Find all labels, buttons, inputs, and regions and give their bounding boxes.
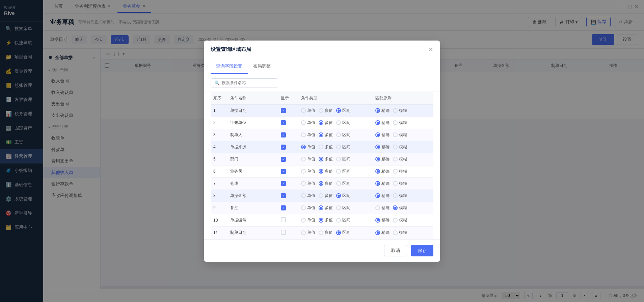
radio-type-type_single[interactable]: 单值 <box>301 156 315 162</box>
cell-show[interactable]: ✓ <box>278 153 298 165</box>
radio-type-type_single[interactable]: 单值 <box>301 217 315 223</box>
radio-match-match_exact[interactable]: 精确 <box>375 120 390 126</box>
radio-type-type_range[interactable]: 区间 <box>336 144 350 150</box>
radio-type-type_single[interactable]: 单值 <box>301 108 315 114</box>
radio-circle <box>301 218 306 223</box>
radio-type-type_single[interactable]: 单值 <box>301 193 315 199</box>
radio-match-match_fuzzy[interactable]: 模糊 <box>393 181 407 186</box>
radio-type-type_range[interactable]: 区间 <box>336 108 350 114</box>
radio-type-type_single[interactable]: 单值 <box>301 144 315 150</box>
cell-order: 10 <box>211 214 227 226</box>
radio-match-match_fuzzy[interactable]: 模糊 <box>393 108 407 114</box>
cell-show[interactable]: ✓ <box>278 202 298 214</box>
radio-type-type_multi[interactable]: 多值 <box>319 181 333 186</box>
radio-match-match_exact[interactable]: 精确 <box>375 230 390 235</box>
show-checkbox[interactable]: ✓ <box>281 120 286 125</box>
radio-type-type_single[interactable]: 单值 <box>301 120 315 126</box>
radio-match-match_fuzzy[interactable]: 模糊 <box>393 144 407 150</box>
radio-match-match_exact[interactable]: 精确 <box>375 205 390 211</box>
modal-tab-layout[interactable]: 布局调整 <box>248 59 276 74</box>
radio-match-match_exact[interactable]: 精确 <box>375 132 390 138</box>
modal-close-btn[interactable]: ✕ <box>428 46 433 53</box>
radio-type-type_single[interactable]: 单值 <box>301 132 315 138</box>
radio-circle <box>393 230 398 235</box>
radio-type-type_multi[interactable]: 多值 <box>319 132 333 138</box>
show-checkbox[interactable]: ✓ <box>281 181 286 186</box>
radio-circle <box>319 157 323 161</box>
radio-type-type_range[interactable]: 区间 <box>336 230 350 235</box>
radio-match-match_fuzzy[interactable]: 模糊 <box>393 120 407 126</box>
show-checkbox[interactable] <box>281 217 286 222</box>
radio-match-match_exact[interactable]: 精确 <box>375 217 390 223</box>
show-checkbox[interactable]: ✓ <box>281 157 286 162</box>
radio-match-match_fuzzy[interactable]: 模糊 <box>393 205 407 211</box>
cancel-button[interactable]: 取消 <box>384 245 407 256</box>
radio-circle <box>375 193 380 198</box>
show-checkbox[interactable]: ✓ <box>281 205 286 210</box>
cell-show[interactable] <box>278 214 298 226</box>
radio-type-type_multi[interactable]: 多值 <box>319 169 333 174</box>
radio-match-match_exact[interactable]: 精确 <box>375 156 390 162</box>
radio-type-type_range[interactable]: 区间 <box>336 132 350 138</box>
radio-match-match_exact[interactable]: 精确 <box>375 193 390 199</box>
modal-header: 设置查询区域布局 ✕ <box>204 41 440 59</box>
cell-order: 7 <box>211 177 227 190</box>
radio-type-type_range[interactable]: 区间 <box>336 181 350 186</box>
show-checkbox[interactable]: ✓ <box>281 169 286 174</box>
show-checkbox[interactable]: ✓ <box>281 132 286 137</box>
radio-type-type_multi[interactable]: 多值 <box>319 156 333 162</box>
radio-circle <box>336 120 341 125</box>
modal-save-button[interactable]: 保存 <box>411 245 433 256</box>
radio-type-type_multi[interactable]: 多值 <box>319 205 333 211</box>
radio-match-match_fuzzy[interactable]: 模糊 <box>393 217 407 223</box>
radio-type-type_multi[interactable]: 多值 <box>319 144 333 150</box>
cell-show[interactable]: ✓ <box>278 104 298 117</box>
radio-match-match_fuzzy[interactable]: 模糊 <box>393 169 407 174</box>
show-checkbox[interactable]: ✓ <box>281 145 286 150</box>
radio-type-type_range[interactable]: 区间 <box>336 193 350 199</box>
modal-search-input[interactable] <box>222 80 274 85</box>
cell-match: 精确模糊 <box>373 165 433 177</box>
radio-match-match_fuzzy[interactable]: 模糊 <box>393 230 407 235</box>
radio-type-type_multi[interactable]: 多值 <box>319 120 333 126</box>
radio-type-type_multi[interactable]: 多值 <box>319 108 333 114</box>
radio-type-type_range[interactable]: 区间 <box>336 120 350 126</box>
modal-tab-fields[interactable]: 查询字段设置 <box>211 59 248 74</box>
cell-show[interactable]: ✓ <box>278 129 298 141</box>
radio-type-type_range[interactable]: 区间 <box>336 217 350 223</box>
radio-type-type_single[interactable]: 单值 <box>301 181 315 186</box>
radio-type-type_single[interactable]: 单值 <box>301 169 315 174</box>
radio-match-match_exact[interactable]: 精确 <box>375 108 390 114</box>
cell-show[interactable]: ✓ <box>278 117 298 129</box>
show-checkbox[interactable] <box>281 230 286 235</box>
radio-type-type_multi[interactable]: 多值 <box>319 193 333 199</box>
radio-match-match_fuzzy[interactable]: 模糊 <box>393 156 407 162</box>
show-checkbox[interactable]: ✓ <box>281 193 286 198</box>
cell-show[interactable] <box>278 226 298 239</box>
radio-type-type_single[interactable]: 单值 <box>301 230 315 235</box>
radio-type-type_multi[interactable]: 多值 <box>319 217 333 223</box>
radio-match-match_exact[interactable]: 精确 <box>375 169 390 174</box>
cell-order: 8 <box>211 190 227 202</box>
cell-show[interactable]: ✓ <box>278 177 298 190</box>
radio-match-match_exact[interactable]: 精确 <box>375 144 390 150</box>
radio-match-match_fuzzy[interactable]: 模糊 <box>393 193 407 199</box>
show-checkbox[interactable]: ✓ <box>281 108 286 113</box>
radio-type-type_multi[interactable]: 多值 <box>319 230 333 235</box>
radio-type-type_range[interactable]: 区间 <box>336 156 350 162</box>
radio-type-type_range[interactable]: 区间 <box>336 169 350 174</box>
cell-show[interactable]: ✓ <box>278 165 298 177</box>
cell-type: 单值多值区间 <box>298 190 373 202</box>
radio-type-type_range[interactable]: 区间 <box>336 205 350 211</box>
radio-match-match_exact[interactable]: 精确 <box>375 181 390 186</box>
modal-tabs: 查询字段设置 布局调整 <box>204 59 440 74</box>
radio-type-type_single[interactable]: 单值 <box>301 205 315 211</box>
cell-show[interactable]: ✓ <box>278 141 298 153</box>
radio-circle <box>393 218 398 223</box>
modal-title: 设置查询区域布局 <box>211 46 251 53</box>
radio-circle <box>375 205 380 210</box>
modal-table: 顺序 条件名称 显示 条件类型 匹配原则 1单据日期✓单值多值区间精确模糊2往来… <box>211 92 433 239</box>
cell-show[interactable]: ✓ <box>278 190 298 202</box>
radio-match-match_fuzzy[interactable]: 模糊 <box>393 132 407 138</box>
modal-table-row: 2往来单位✓单值多值区间精确模糊 <box>211 117 433 129</box>
